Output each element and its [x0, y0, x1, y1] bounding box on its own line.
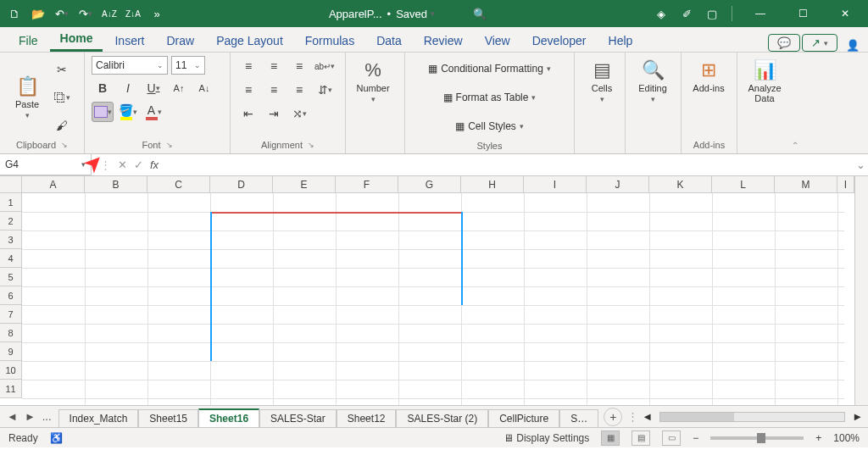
sheet-tab-sheet15[interactable]: Sheet15 [138, 409, 198, 427]
row-header-7[interactable]: 7 [0, 305, 22, 324]
col-header-C[interactable]: C [147, 176, 210, 192]
sheet-nav-more[interactable]: ... [42, 410, 52, 423]
row-header-5[interactable]: 5 [0, 268, 22, 286]
col-header-B[interactable]: B [85, 176, 147, 192]
page-break-view-button[interactable]: ▭ [662, 430, 681, 446]
zoom-slider[interactable] [710, 436, 804, 440]
font-name-select[interactable]: Calibri⌄ [92, 56, 168, 75]
user-icon[interactable]: 👤 [846, 39, 860, 52]
tab-file[interactable]: File [8, 30, 48, 52]
comments-button[interactable]: 💬 [768, 34, 800, 52]
share-button[interactable]: ↗▾ [802, 34, 837, 52]
scroll-right-button[interactable]: ► [852, 410, 863, 423]
dialog-launcher-icon[interactable]: ↘ [166, 141, 173, 149]
increase-indent-button[interactable]: ⇥ [263, 103, 285, 124]
sort-desc-icon[interactable]: Z↓A [124, 4, 142, 23]
row-header-9[interactable]: 9 [0, 342, 22, 361]
name-box[interactable]: G4▾ [0, 154, 92, 175]
dialog-launcher-icon[interactable]: ↘ [61, 141, 68, 149]
sheet-tab-sheet12[interactable]: Sheet12 [337, 409, 397, 427]
col-header-J[interactable]: J [587, 176, 649, 192]
scroll-left-button[interactable]: ◄ [642, 410, 653, 423]
tab-home[interactable]: Home [50, 27, 103, 52]
bold-button[interactable]: B [92, 78, 114, 98]
redo-button[interactable]: ↷ [76, 4, 95, 23]
new-sheet-button[interactable]: + [604, 408, 622, 426]
page-layout-view-button[interactable]: ▤ [632, 430, 650, 446]
col-header-I[interactable]: I [524, 176, 587, 192]
merge-button[interactable]: ⇵ [314, 80, 336, 100]
col-header-M[interactable]: M [775, 176, 837, 192]
row-header-6[interactable]: 6 [0, 286, 22, 305]
paste-button[interactable]: 📋 Paste ▾ [7, 56, 47, 138]
enter-formula-button[interactable]: ✓ [134, 158, 143, 171]
format-as-table-button[interactable]: ▦Format as Table [412, 85, 567, 110]
undo-button[interactable]: ↶ [53, 4, 71, 23]
sheet-tab-truncated[interactable]: S… [559, 409, 598, 427]
number-format-button[interactable]: % Number ▾ [353, 56, 393, 107]
align-middle-button[interactable]: ≡ [263, 56, 285, 76]
horizontal-scrollbar[interactable] [659, 412, 845, 422]
align-bottom-button[interactable]: ≡ [288, 56, 310, 76]
tab-data[interactable]: Data [366, 30, 412, 52]
col-header-A[interactable]: A [22, 176, 85, 192]
maximize-button[interactable]: ☐ [785, 2, 821, 25]
select-all-button[interactable] [0, 176, 22, 193]
tab-review[interactable]: Review [414, 30, 473, 52]
cut-button[interactable]: ✂ [51, 59, 73, 80]
decrease-indent-button[interactable]: ⇤ [237, 103, 259, 124]
align-left-button[interactable]: ≡ [237, 80, 259, 100]
formula-input[interactable] [172, 154, 853, 175]
row-header-2[interactable]: 2 [0, 212, 22, 230]
new-file-icon[interactable]: 🗋 [5, 4, 24, 23]
tab-page-layout[interactable]: Page Layout [206, 30, 293, 52]
row-header-3[interactable]: 3 [0, 230, 22, 249]
normal-view-button[interactable]: ▦ [601, 430, 620, 446]
col-header-F[interactable]: F [336, 176, 398, 192]
align-center-button[interactable]: ≡ [263, 80, 285, 100]
col-header-K[interactable]: K [649, 176, 712, 192]
window-mode-icon[interactable]: ▢ [703, 4, 721, 23]
row-header-11[interactable]: 11 [0, 380, 22, 398]
align-right-button[interactable]: ≡ [288, 80, 310, 100]
tab-formulas[interactable]: Formulas [295, 30, 364, 52]
font-size-select[interactable]: 11⌄ [171, 56, 205, 75]
font-color-button[interactable]: A [142, 102, 164, 122]
close-button[interactable]: ✕ [827, 2, 863, 25]
sheet-tab-sales-star-2-[interactable]: SALES-Star (2) [396, 409, 488, 427]
wrap-text-button[interactable]: ab↵ [314, 56, 336, 76]
spreadsheet-grid[interactable]: 1234567891011 ABCDEFGHIJKLMI [0, 176, 868, 405]
conditional-formatting-button[interactable]: ▦Conditional Formatting [412, 56, 567, 81]
row-header-1[interactable]: 1 [0, 193, 22, 212]
decrease-font-button[interactable]: A↓ [193, 78, 215, 98]
tab-view[interactable]: View [475, 30, 520, 52]
search-icon[interactable]: 🔍 [470, 4, 489, 23]
italic-button[interactable]: I [117, 78, 139, 98]
sheet-tab-sheet16[interactable]: Sheet16 [198, 408, 259, 427]
tab-draw[interactable]: Draw [156, 30, 204, 52]
col-header-G[interactable]: G [398, 176, 461, 192]
zoom-level[interactable]: 100% [833, 432, 860, 444]
sheet-tab-index-match[interactable]: Index_Match [58, 409, 139, 427]
tab-developer[interactable]: Developer [522, 30, 597, 52]
cancel-formula-button[interactable]: ✕ [118, 158, 127, 171]
display-settings-button[interactable]: 🖥 Display Settings [504, 432, 589, 444]
cell-styles-button[interactable]: ▦Cell Styles [412, 114, 567, 139]
col-header-H[interactable]: H [461, 176, 524, 192]
zoom-out-button[interactable]: − [693, 432, 698, 444]
accessibility-icon[interactable]: ♿ [50, 432, 63, 444]
row-header-4[interactable]: 4 [0, 249, 22, 268]
analyze-data-button[interactable]: 📊Analyze Data [744, 56, 785, 107]
sheet-tab-sales-star[interactable]: SALES-Star [259, 409, 337, 427]
editing-button[interactable]: 🔍Editing▾ [632, 56, 673, 107]
addins-button[interactable]: ⊞Add-ins [688, 56, 729, 97]
qat-more-icon[interactable]: » [147, 4, 166, 23]
expand-formula-bar-button[interactable]: ⌄ [853, 158, 868, 171]
dialog-launcher-icon[interactable]: ↘ [308, 141, 314, 149]
diamond-icon[interactable]: ◈ [652, 4, 670, 23]
sort-asc-icon[interactable]: A↓Z [100, 4, 119, 23]
copy-button[interactable]: ⿻ [51, 87, 73, 108]
vertical-scrollbar[interactable] [854, 176, 868, 405]
orientation-button[interactable]: ⤭ [288, 103, 310, 124]
row-header-8[interactable]: 8 [0, 324, 22, 342]
